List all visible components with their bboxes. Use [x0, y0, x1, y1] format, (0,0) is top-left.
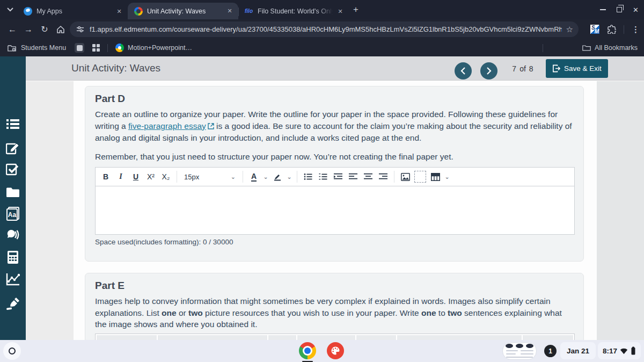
bookmark-favicon-swatch[interactable] [75, 43, 84, 53]
tab-unit-activity[interactable]: Unit Activity: Waves ✕ [128, 3, 238, 19]
back-button[interactable]: ← [4, 21, 20, 38]
save-exit-label: Save & Exit [564, 64, 602, 73]
tab-my-apps[interactable]: My Apps ✕ [17, 3, 128, 19]
svg-text:Aa: Aa [8, 211, 17, 219]
lesson-title: Unit Activity: Waves [71, 62, 160, 74]
indent-button[interactable] [331, 170, 345, 184]
part-d-heading: Part D [95, 93, 574, 105]
reload-button[interactable]: ↻ [36, 21, 53, 38]
tab-title: Filo Student: World's Only Live [258, 8, 333, 15]
content-left-gutter [26, 81, 74, 362]
bulleted-list-button[interactable] [301, 170, 315, 184]
insert-image-button[interactable] [398, 170, 412, 184]
extensions-puzzle-icon[interactable] [607, 25, 616, 34]
bookmark-students-menu[interactable]: Students Menu [8, 44, 66, 52]
text-to-speech-icon[interactable] [6, 228, 20, 242]
italic-button[interactable]: I [114, 170, 128, 184]
new-tab-button[interactable]: + [353, 4, 358, 15]
all-bookmarks-button[interactable]: All Bookmarks [582, 44, 638, 52]
home-button[interactable] [53, 21, 69, 38]
apps-grid-icon[interactable] [92, 44, 100, 52]
canvas-app-icon[interactable] [327, 342, 344, 359]
divider [243, 171, 243, 183]
tab-title: My Apps [36, 8, 112, 15]
address-bar[interactable]: f1.apps.elf.edmentum.com/courseware-deli… [70, 21, 579, 37]
table-chevron-icon[interactable]: ⌄ [443, 170, 451, 184]
toolbar-right-buttons: S M ⋮ [590, 19, 640, 39]
superscript-button[interactable]: X² [144, 170, 158, 184]
subscript-button[interactable]: X₂ [159, 170, 173, 184]
bookmark-label: Students Menu [21, 44, 66, 52]
motion-app-icon [115, 44, 124, 52]
bookmark-label: Motion+Powerpoint… [128, 44, 192, 52]
align-left-button[interactable] [346, 170, 360, 184]
font-size-dropdown[interactable]: 15px⌄ [181, 170, 239, 184]
notes-edit-icon[interactable] [6, 141, 20, 155]
screen-capture-preview[interactable] [502, 342, 537, 360]
folder-icon[interactable] [6, 185, 20, 199]
bookmark-motion-powerpoint[interactable]: Motion+Powerpoint… [115, 44, 192, 52]
divider [624, 25, 624, 34]
text-color-button[interactable]: A [247, 170, 261, 184]
part-d-card: Part D Create an outline to organize you… [85, 86, 584, 262]
minimize-button[interactable] [600, 9, 606, 10]
forward-button[interactable]: → [20, 21, 36, 38]
align-right-button[interactable] [376, 170, 390, 184]
tab-strip: My Apps ✕ Unit Activity: Waves ✕ filo Fi… [0, 0, 644, 19]
browser-menu-icon[interactable]: ⋮ [632, 25, 640, 34]
exit-icon [552, 64, 560, 73]
next-page-button[interactable] [480, 62, 497, 79]
graphing-tool-icon[interactable] [6, 272, 20, 286]
sm-extension-icon[interactable]: S M [590, 25, 599, 34]
chevron-down-icon: ⌄ [231, 173, 236, 180]
highlight-color-chevron-icon[interactable]: ⌄ [286, 170, 293, 184]
tab-filo-student[interactable]: filo Filo Student: World's Only Live ✕ [238, 3, 349, 19]
url-text[interactable]: f1.apps.elf.edmentum.com/courseware-deli… [90, 25, 562, 33]
courseware-favicon [134, 7, 143, 16]
previous-page-button[interactable] [455, 62, 472, 79]
part-e-instructions: Images help to convey information that m… [95, 295, 574, 330]
close-window-button[interactable]: ✕ [633, 6, 639, 14]
restore-button[interactable] [617, 7, 622, 12]
page-indicator: 7of8 [502, 64, 543, 73]
highlighter-icon[interactable] [6, 296, 20, 310]
text-color-chevron-icon[interactable]: ⌄ [262, 170, 269, 184]
table-of-contents-icon[interactable] [6, 117, 20, 131]
dictionary-icon[interactable]: Aa [6, 207, 20, 221]
part-e-heading: Part E [95, 280, 574, 292]
numbered-list-button[interactable] [316, 170, 330, 184]
calculator-icon[interactable] [6, 250, 20, 264]
status-tray[interactable]: 8:17 [598, 342, 641, 359]
equation-editor-button[interactable] [413, 170, 427, 184]
tab-search-caret-icon[interactable] [4, 4, 16, 16]
insert-table-button[interactable] [428, 170, 442, 184]
rich-text-toolbar: B I U X² X₂ 15px⌄ A ⌄ ⌄ [95, 167, 575, 186]
folder-icon [582, 44, 591, 52]
launcher-button[interactable] [3, 342, 21, 360]
highlight-color-button[interactable] [270, 170, 284, 184]
site-settings-tune-icon[interactable] [76, 25, 84, 33]
save-and-exit-button[interactable]: Save & Exit [546, 59, 608, 78]
part-d-reminder: Remember, that you just need to structur… [95, 151, 574, 163]
battery-icon [631, 346, 636, 355]
bold-button[interactable]: B [99, 170, 113, 184]
underline-button[interactable]: U [129, 170, 143, 184]
outline-text-editor[interactable] [95, 186, 575, 235]
checklist-icon[interactable] [6, 163, 20, 177]
notification-counter[interactable]: 1 [544, 345, 557, 357]
filo-favicon: filo [245, 7, 253, 16]
all-bookmarks-label: All Bookmarks [595, 44, 638, 52]
bookmark-star-icon[interactable]: ☆ [566, 25, 573, 34]
tab-close-icon[interactable]: ✕ [115, 8, 123, 15]
shelf-date[interactable]: Jan 21 [560, 342, 596, 359]
tab-close-icon[interactable]: ✕ [225, 8, 234, 15]
divider [297, 171, 297, 183]
five-paragraph-essay-link[interactable]: five-paragraph essay [128, 121, 206, 131]
tab-close-icon[interactable]: ✕ [336, 8, 345, 15]
divider [107, 44, 108, 52]
align-center-button[interactable] [361, 170, 375, 184]
part-d-instructions: Create an outline to organize your paper… [95, 108, 574, 144]
tab-title: Unit Activity: Waves [147, 8, 222, 15]
folder-gear-icon [8, 44, 17, 52]
chrome-app-icon[interactable] [299, 342, 316, 359]
